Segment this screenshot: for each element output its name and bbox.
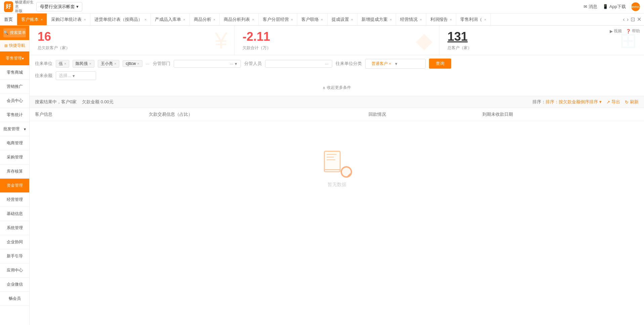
tab-goods-analysis[interactable]: 商品分析 × [190, 13, 220, 25]
filter-tag-unit-wang[interactable]: 王小亮 × [98, 60, 119, 68]
tab-raise-settings[interactable]: 提成设置 × [328, 13, 357, 25]
sidebar: 🔍 搜索菜单 ⊞ 快捷导航 零售管理 ▾ 零售商城 营销推广 会员中心 零售统计 [0, 26, 30, 325]
card-bg-icon3: ⊞ [619, 28, 637, 53]
tab-cost-inbound[interactable]: 产成品入库单 × [151, 13, 189, 25]
sidebar-item-enterprise-wechat[interactable]: 企业微信 [0, 278, 29, 292]
tab-customer-contact[interactable]: 客户联络 × [297, 13, 327, 25]
refresh-btn[interactable]: ↻ 刷新 [625, 99, 639, 105]
collapse-btn[interactable]: ∧ 收起更多条件 [323, 85, 351, 91]
sidebar-item-operation-mgmt[interactable]: 经营管理 [0, 193, 29, 207]
sidebar-item-retail-stats[interactable]: 零售统计 [0, 108, 29, 122]
logo-icon: 好 [4, 1, 13, 12]
close-icon[interactable]: × [114, 62, 116, 66]
sidebar-item-member-center[interactable]: 会员中心 [0, 94, 29, 108]
tab-customer-segment[interactable]: 客户分层经营 × [259, 13, 297, 25]
tab-nav-end: ‹ › ⊡ ✕ [620, 16, 644, 23]
app-download-btn[interactable]: 📱 App下载 [603, 4, 626, 10]
person-filter-select[interactable]: ··· [265, 60, 332, 68]
sidebar-item-purchase-mgmt[interactable]: 采购管理 [0, 150, 29, 165]
sidebar-item-app-center[interactable]: 应用中心 [0, 263, 29, 278]
close-icon[interactable]: × [450, 17, 452, 22]
search-menu-button[interactable]: 🔍 搜索菜单 [3, 28, 26, 37]
close-icon[interactable]: × [389, 62, 391, 66]
category-filter-label: 往来单位分类 [336, 61, 362, 67]
empty-text: 暂无数据 [328, 182, 346, 188]
expand-icon[interactable]: ⊡ [631, 16, 635, 23]
export-btn[interactable]: ↗ 导出 [606, 99, 620, 105]
sidebar-item-ecommerce-mgmt[interactable]: 电商管理 [0, 136, 29, 150]
close-icon[interactable]: × [41, 17, 43, 22]
debt-amount-number: -2.11 [243, 30, 271, 44]
close-icon[interactable]: × [484, 17, 486, 22]
filter-tag-unit-cjttcw[interactable]: cjttcw × [123, 60, 142, 67]
user-profile-btn[interactable]: demo2 [631, 2, 640, 11]
close-icon[interactable]: × [137, 62, 139, 66]
close-icon[interactable]: × [291, 17, 293, 22]
filter-tag-unit-default[interactable]: 伍 × [56, 60, 69, 68]
dept-filter-label: 分管部门 [153, 61, 170, 67]
sidebar-item-inventory[interactable]: 库存核算 [0, 165, 29, 179]
sidebar-item-retail-mall[interactable]: 零售商城 [0, 66, 29, 80]
filter-actions: ∧ 收起更多条件 [35, 83, 639, 93]
close-icon[interactable]: × [252, 17, 254, 22]
chevron-down-icon6[interactable]: ▾ [599, 99, 602, 104]
tab-new-raise-plan[interactable]: 新增提成方案 × [357, 13, 396, 25]
chevron-right-icon[interactable]: › [627, 16, 629, 23]
top-bar: 好 畅捷通好生意 标版 母婴行业演示帐套 ▾ ✉ 消息 📱 App下载 demo… [0, 0, 644, 13]
tab-goods-analysis-list[interactable]: 商品分析列表 × [220, 13, 258, 25]
result-bar: 搜索结果中，客户0家 欠款金额 0.00元 排序：排序：按欠款金额倒序排序 ▾ … [30, 96, 644, 108]
tab-purchase-order-stats[interactable]: 采购订单统计表 × [47, 13, 90, 25]
close-icon[interactable]: × [213, 17, 215, 22]
tab-business-status[interactable]: 经营情况 × [396, 13, 426, 25]
sidebar-item-member-vip[interactable]: 畅会员 [0, 292, 29, 306]
table-header-repayment: 回款情况 [363, 108, 477, 121]
query-button[interactable]: 查询 [429, 59, 451, 69]
tab-customer-capital[interactable]: 客户账本 × [17, 13, 47, 25]
close-icon[interactable]: × [183, 17, 185, 22]
close-icon[interactable]: × [144, 17, 146, 22]
filter-tag-unit-chen[interactable]: 陈民强 × [73, 60, 94, 68]
debt-customers-number: 16 [38, 30, 70, 44]
sidebar-item-retail-mgmt[interactable]: 零售管理 ▾ [0, 51, 29, 66]
sidebar-item-wholesale-mgmt[interactable]: 批发管理 ▾ [0, 122, 29, 136]
sidebar-item-marketing[interactable]: 营销推广 [0, 80, 29, 94]
close-icon[interactable]: × [321, 17, 323, 22]
close-icon[interactable]: × [64, 62, 66, 66]
filter-more-btn[interactable]: ··· [146, 61, 149, 66]
result-summary: 搜索结果中，客户0家 欠款金额 0.00元 [35, 99, 114, 105]
message-btn[interactable]: ✉ 消息 [584, 4, 597, 10]
table-body: 暂无数据 [30, 121, 644, 215]
chevron-down-icon4: ▾ [395, 61, 397, 66]
sidebar-item-basic-info[interactable]: 基础信息 [0, 207, 29, 221]
tab-retail-profit[interactable]: 零售利润（ × [456, 13, 490, 25]
nav-tabs-bar: 首页 客户账本 × 采购订单统计表 × 进货单统计表（按商品） × 产成品入库单… [0, 13, 644, 26]
export-icon: ↗ [606, 100, 610, 105]
close-icon[interactable]: × [351, 17, 353, 22]
sidebar-item-enterprise-collab[interactable]: 企业协同 [0, 235, 29, 249]
table-header-due-date: 到期未收款日期 [477, 108, 644, 121]
balance-filter-input[interactable]: 选择... ▾ [56, 71, 96, 80]
close-all-icon[interactable]: ✕ [637, 16, 641, 23]
chevron-left-icon[interactable]: ‹ [623, 16, 625, 23]
sidebar-item-fund-mgmt[interactable]: 资金管理 [0, 179, 29, 193]
balance-filter-label: 往来余额 [35, 73, 52, 79]
close-icon[interactable]: × [390, 17, 392, 22]
quick-nav-button[interactable]: ⊞ 快捷导航 [3, 43, 26, 48]
tab-home[interactable]: 首页 [0, 13, 17, 25]
filter-tag-category[interactable]: 普通客户 × [369, 60, 394, 67]
tab-profit-report[interactable]: 利润报告 × [426, 13, 456, 25]
sidebar-item-newbie-guide[interactable]: 新手引导 [0, 249, 29, 263]
close-icon[interactable]: × [420, 17, 422, 22]
summary-bar: ▶ 视频 ❓ 帮助 ¥ 16 总欠款客户（家） ◆ -2.11 [30, 26, 644, 55]
category-filter-select[interactable]: 普通客户 × ▾ [365, 59, 426, 69]
debt-customers-text: 16 总欠款客户（家） [38, 30, 70, 51]
summary-card-total-customers: ⊞ 131 总客户（家） [439, 26, 644, 55]
magnifier-circle [341, 166, 352, 178]
company-selector[interactable]: 母婴行业演示帐套 ▾ [36, 2, 82, 11]
dept-filter-select[interactable]: ··· ▾ [174, 60, 241, 68]
close-icon[interactable]: × [84, 17, 86, 22]
tab-inbound-stats[interactable]: 进货单统计表（按商品） × [90, 13, 151, 25]
summary-card-debt-customers: ¥ 16 总欠款客户（家） [30, 26, 234, 55]
sidebar-item-system-mgmt[interactable]: 系统管理 [0, 221, 29, 235]
close-icon[interactable]: × [89, 62, 91, 66]
